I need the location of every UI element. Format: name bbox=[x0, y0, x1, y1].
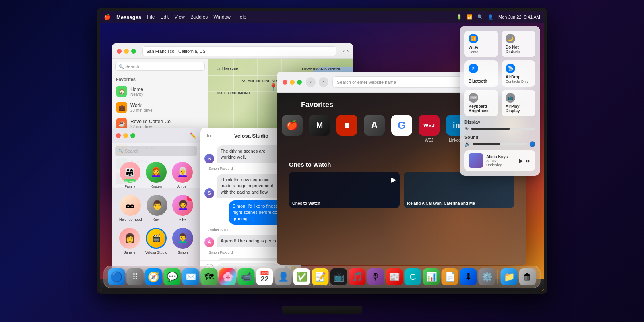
file-menu[interactable]: File bbox=[147, 14, 155, 20]
maps-item-work[interactable]: 💼 Work 23 min drive bbox=[112, 99, 208, 116]
dock-mail[interactable]: ✉️ bbox=[182, 268, 199, 285]
dock-contacts[interactable]: 👤 bbox=[275, 268, 292, 285]
dock-stack[interactable]: 📁 bbox=[501, 268, 518, 285]
card-ones-to-watch[interactable]: ▶ Ones to Watch bbox=[289, 172, 400, 208]
msg-traffic-lights bbox=[116, 133, 135, 138]
msg-close-button[interactable] bbox=[116, 133, 121, 138]
cc-keyboard-tile[interactable]: ⌨ Keyboard Brightness bbox=[464, 90, 498, 116]
contact-kristen[interactable]: 👩‍🦰 Kristen bbox=[146, 162, 167, 188]
msg-compose-button[interactable]: ✏️ bbox=[190, 132, 196, 139]
maps-nav-fwd[interactable]: › bbox=[347, 48, 349, 54]
maps-titlebar: San Francisco - California, US ‹ › bbox=[112, 43, 353, 59]
dock-pages[interactable]: 📄 bbox=[442, 268, 458, 285]
dock-sysprefs[interactable]: ⚙️ bbox=[479, 268, 495, 285]
dock-notes[interactable]: 📝 bbox=[312, 268, 329, 285]
cc-wifi-tile[interactable]: 📶 Wi-Fi Home bbox=[464, 31, 498, 57]
safari-maximize-button[interactable] bbox=[297, 80, 302, 85]
content-cards: ▶ Ones to Watch Iceland A Caravan, Cater… bbox=[289, 172, 514, 208]
fav-google[interactable]: G bbox=[391, 115, 412, 147]
fav-a-icon: A bbox=[364, 115, 385, 136]
msg-maximize-button[interactable] bbox=[130, 133, 135, 138]
app-menu[interactable]: Messages bbox=[116, 14, 141, 20]
dock-trash[interactable]: 🗑 bbox=[519, 268, 536, 285]
edit-menu[interactable]: Edit bbox=[161, 14, 169, 20]
fav-a[interactable]: A bbox=[364, 115, 385, 147]
maps-work-sub: 23 min drive bbox=[130, 108, 204, 113]
dock-calendar[interactable]: JUN 22 bbox=[256, 268, 273, 285]
messages-titlebar: ✏️ bbox=[112, 128, 200, 143]
dock-numbers[interactable]: 📊 bbox=[423, 268, 440, 285]
contact-ivy[interactable]: 👩‍🦱 ♥ ♥ Ivy bbox=[172, 195, 193, 221]
safari-forward-button[interactable]: › bbox=[319, 77, 328, 87]
dock-appletv[interactable]: 📺 bbox=[330, 268, 347, 285]
dock-podcasts[interactable]: 🎙 bbox=[367, 268, 384, 285]
bluetooth-icon: 𝔅 bbox=[469, 64, 478, 73]
safari-close-button[interactable] bbox=[283, 80, 287, 85]
janelle-name: Janelle bbox=[124, 250, 136, 254]
safari-url-placeholder: Search or enter website name bbox=[337, 80, 396, 85]
dock-safari[interactable]: 🧭 bbox=[145, 268, 162, 285]
messages-search-placeholder: Search bbox=[125, 149, 139, 153]
fav-medium[interactable]: M bbox=[309, 115, 330, 147]
fav-medium-icon: M bbox=[309, 115, 330, 136]
dock-messages[interactable]: 💬 bbox=[164, 268, 181, 285]
apple-menu[interactable]: 🍎 bbox=[104, 14, 111, 20]
maps-location-bar[interactable]: San Francisco - California, US bbox=[142, 46, 336, 56]
messages-search[interactable]: 🔍 Search bbox=[115, 146, 197, 156]
dock-news[interactable]: 📰 bbox=[386, 268, 403, 285]
minimize-button[interactable] bbox=[124, 49, 129, 54]
contact-janelle[interactable]: 👩 Janelle bbox=[119, 228, 140, 254]
dock-music[interactable]: 🎵 bbox=[349, 268, 366, 285]
window-menu[interactable]: Window bbox=[213, 14, 231, 20]
contact-neighborhood[interactable]: 🏘 Neighborhood bbox=[119, 195, 142, 221]
dock-reminders[interactable]: ✅ bbox=[293, 268, 310, 285]
dock-photos[interactable]: 🌸 bbox=[219, 268, 236, 285]
user-menu[interactable]: 👤 bbox=[488, 14, 493, 20]
contact-amber[interactable]: 👩‍🦳 Amber bbox=[172, 162, 193, 188]
cc-bluetooth-tile[interactable]: 𝔅 Bluetooth bbox=[464, 60, 498, 87]
fav-red[interactable]: ■ bbox=[336, 115, 357, 147]
dock-canva[interactable]: C bbox=[405, 268, 421, 285]
brightness-slider[interactable] bbox=[471, 128, 535, 130]
cc-music-tile[interactable]: Alicia Keys ALICIA - Underdog ▶ ⏭ bbox=[464, 150, 535, 171]
contact-kevin[interactable]: 👨 Kevin bbox=[147, 195, 167, 221]
msg-bubble-4: Agreed! The ending is perfect! bbox=[217, 235, 284, 247]
safari-minimize-button[interactable] bbox=[290, 80, 295, 85]
cc-dnd-tile[interactable]: 🌙 Do Not Disturb bbox=[502, 31, 535, 57]
music-play-button[interactable]: ▶ bbox=[519, 157, 523, 164]
safari-nav: ‹ › bbox=[306, 77, 328, 87]
dock-appstore[interactable]: ⬇ bbox=[460, 268, 477, 285]
contact-velosa[interactable]: 🎬 Velosa Studio bbox=[145, 228, 167, 254]
maximize-button[interactable] bbox=[131, 49, 136, 54]
contact-simon[interactable]: 👨‍🦱 Simon bbox=[172, 228, 193, 254]
dock-finder[interactable]: 🔵 bbox=[108, 268, 125, 285]
buddies-menu[interactable]: Buddies bbox=[190, 14, 208, 20]
cc-dnd-label: Do Not Disturb bbox=[506, 45, 531, 54]
card-iceland[interactable]: Iceland A Caravan, Caterina and Me bbox=[404, 172, 514, 208]
maps-search-input[interactable]: 🔍 Search bbox=[115, 62, 205, 71]
cc-sound-section: Sound 🔊 🔵 bbox=[464, 135, 535, 147]
section2-title: Ones to Watch bbox=[289, 161, 331, 168]
close-button[interactable] bbox=[117, 49, 122, 54]
cc-airdrop-label: AirDrop bbox=[506, 75, 531, 79]
cc-airplay-tile[interactable]: 📺 AirPlay Display bbox=[502, 90, 535, 116]
cc-display-label: Display bbox=[464, 120, 535, 124]
cc-airdrop-tile[interactable]: 📡 AirDrop Contacts Only bbox=[502, 60, 535, 87]
fav-apple[interactable]: 🍎 bbox=[282, 115, 303, 147]
contact-family[interactable]: 👨‍👩‍👧 Home! Family bbox=[120, 162, 140, 188]
dock-maps[interactable]: 🗺 bbox=[201, 268, 218, 285]
fav-wsj[interactable]: WSJ WSJ bbox=[419, 115, 440, 147]
msg-minimize-button[interactable] bbox=[123, 133, 128, 138]
dock-facetime[interactable]: 📹 bbox=[238, 268, 255, 285]
maps-nav-back[interactable]: ‹ bbox=[343, 48, 345, 54]
volume-slider[interactable] bbox=[473, 143, 527, 145]
help-menu[interactable]: Help bbox=[236, 14, 246, 20]
safari-back-button[interactable]: ‹ bbox=[306, 77, 316, 87]
cc-wifi-label: Wi-Fi bbox=[469, 45, 494, 50]
messages-sidebar-window[interactable]: ✏️ 🔍 Search 👨‍👩‍👧 Home! bbox=[112, 128, 200, 273]
dock-launchpad[interactable]: ⠿ bbox=[127, 268, 144, 285]
music-skip-button[interactable]: ⏭ bbox=[526, 157, 531, 164]
maps-item-home[interactable]: 🏠 Home Nearby bbox=[112, 83, 208, 99]
view-menu[interactable]: View bbox=[174, 14, 185, 20]
search-menu[interactable]: 🔍 bbox=[477, 14, 483, 20]
